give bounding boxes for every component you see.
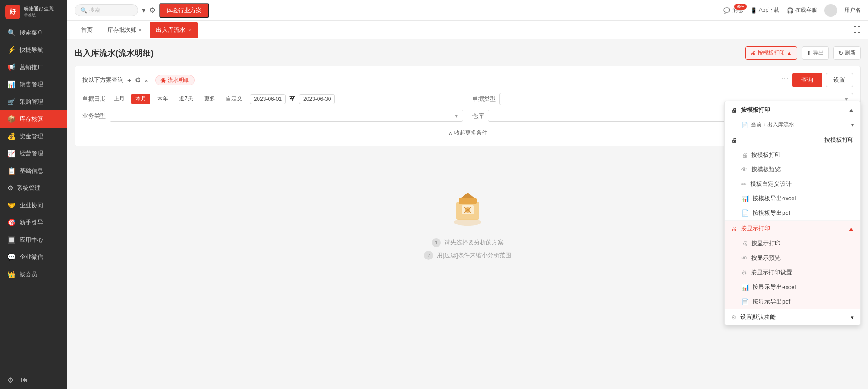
sidebar-item-appstore[interactable]: 🔲 应用中心 xyxy=(0,231,67,249)
business-type-select[interactable]: ▾ xyxy=(110,110,463,122)
app-download-btn[interactable]: 📱 App下载 xyxy=(750,6,779,14)
settings-button[interactable]: 设置 xyxy=(826,73,853,87)
print-item-icon: 🖨 xyxy=(741,151,748,159)
tab-expand-icon[interactable]: ⛶ xyxy=(853,26,861,34)
export-btn[interactable]: ⬆ 导出 xyxy=(802,46,829,60)
sidebar-item-member[interactable]: 👑 畅会员 xyxy=(0,266,67,283)
display-print-settings-item[interactable]: ⚙ 按显示打印设置 xyxy=(725,265,860,280)
filter-collapse-btn[interactable]: « xyxy=(145,76,148,84)
main-area: 🔍 搜索 ▾ ⚙ 体验行业方案 💬 消息 99+ 📱 App下载 🎧 在线客服 … xyxy=(67,0,868,389)
display-export-excel-item[interactable]: 📊 按显示导出excel xyxy=(725,280,860,294)
tab-flow[interactable]: 出入库流水 × xyxy=(150,22,197,38)
sidebar-item-finance[interactable]: 💰 资金管理 xyxy=(0,128,67,145)
template-preview-item[interactable]: 👁 按模板预览 xyxy=(725,162,860,177)
empty-illustration xyxy=(447,188,488,229)
current-template-arrow[interactable]: ▾ xyxy=(851,122,854,128)
date-to-input[interactable]: 2023-06-30 xyxy=(299,94,335,104)
tab-flow-close[interactable]: × xyxy=(188,27,191,33)
sidebar-item-wechat[interactable]: 💬 企业微信 xyxy=(0,249,67,266)
tab-minimize-icon[interactable]: ─ xyxy=(845,26,850,34)
sidebar-item-purchase[interactable]: 🛒 采购管理 xyxy=(0,93,67,110)
template-export-pdf-item[interactable]: 📄 按模板导出pdf xyxy=(725,206,860,220)
app-download-label: App下载 xyxy=(759,6,779,14)
sidebar-item-search[interactable]: 🔍 搜索菜单 xyxy=(0,24,67,41)
sidebar-item-label-collab: 企业协同 xyxy=(20,201,43,209)
template-section-header[interactable]: 🖨 按模板打印 xyxy=(725,132,860,148)
sidebar-item-label-marketing: 营销推广 xyxy=(20,63,43,71)
sidebar-item-collab[interactable]: 🤝 企业协同 xyxy=(0,197,67,214)
user-avatar[interactable] xyxy=(824,4,837,17)
template-section-icon: 🖨 xyxy=(731,137,737,144)
template-print-item[interactable]: 🖨 按模板打印 xyxy=(725,148,860,162)
date-btn-prev-month[interactable]: 上月 xyxy=(110,94,129,104)
filter-add-btn[interactable]: + xyxy=(127,76,131,84)
sidebar-item-sales[interactable]: 📊 销售管理 xyxy=(0,76,67,93)
date-btn-more[interactable]: 更多 xyxy=(200,94,219,104)
filter-tag[interactable]: ◉ 流水明细 xyxy=(155,75,195,85)
display-section-header[interactable]: 🖨 按显示打印 ▲ xyxy=(725,221,860,236)
industry-btn[interactable]: 体验行业方案 xyxy=(159,3,209,18)
date-btn-custom[interactable]: 自定义 xyxy=(222,94,246,104)
display-print-item[interactable]: 🖨 按显示打印 xyxy=(725,236,860,251)
sidebar-item-guide[interactable]: 🎯 新手引导 xyxy=(0,214,67,231)
display-export-pdf-item[interactable]: 📄 按显示导出pdf xyxy=(725,294,860,309)
sidebar-item-quick-nav[interactable]: ⚡ 快捷导航 xyxy=(0,41,67,59)
message-btn[interactable]: 💬 消息 99+ xyxy=(723,6,743,14)
print-dropdown-title: 按模板打印 xyxy=(741,106,770,114)
custom-item-icon: ✏ xyxy=(741,180,747,188)
sidebar-item-label-appstore: 应用中心 xyxy=(20,236,43,244)
sidebar-item-business[interactable]: 📈 经营管理 xyxy=(0,145,67,162)
tab-inventory-batch-close[interactable]: × xyxy=(139,27,141,33)
sidebar-item-inventory[interactable]: 📦 库存核算 xyxy=(0,110,67,128)
search-icon: 🔍 xyxy=(80,7,87,14)
tab-inventory-batch[interactable]: 库存批次账 × xyxy=(101,22,148,38)
base-icon: 📋 xyxy=(7,167,16,175)
date-btn-current-month[interactable]: 本月 xyxy=(131,94,150,104)
settings-icon[interactable]: ⚙ xyxy=(7,376,14,384)
print-dropdown-collapse[interactable]: ▲ xyxy=(848,107,854,113)
topbar-chevron-icon[interactable]: ▾ xyxy=(142,6,145,15)
member-icon: 👑 xyxy=(7,270,16,279)
logo-icon: 好 xyxy=(5,5,20,19)
tab-home[interactable]: 首页 xyxy=(75,22,99,38)
date-btn-current-year[interactable]: 本年 xyxy=(153,94,172,104)
date-from-input[interactable]: 2023-06-01 xyxy=(250,94,286,104)
footer-settings-icon: ⚙ xyxy=(731,314,737,321)
refresh-btn[interactable]: ↻ 刷新 xyxy=(833,46,861,60)
topbar-left: 🔍 搜索 ▾ ⚙ 体验行业方案 xyxy=(75,3,723,18)
query-button[interactable]: 查询 xyxy=(792,73,822,87)
inventory-icon: 📦 xyxy=(7,115,16,123)
footer-arrow: ▾ xyxy=(851,314,854,321)
display-preview-icon: 👁 xyxy=(741,254,748,262)
sidebar: 好 畅捷通好生意 标准版 🔍 搜索菜单 ⚡ 快捷导航 📢 营销推广 📊 销售管理… xyxy=(0,0,67,389)
display-preview-item[interactable]: 👁 按显示预览 xyxy=(725,251,860,265)
business-type-filter: 业务类型 ▾ xyxy=(82,110,463,122)
display-print-icon: 🖨 xyxy=(741,240,748,247)
template-export-excel-item[interactable]: 📊 按模板导出excel xyxy=(725,191,860,206)
warehouse-label: 仓库 xyxy=(472,112,484,120)
template-custom-item[interactable]: ✏ 模板自定义设计 xyxy=(725,177,860,191)
sidebar-nav: 🔍 搜索菜单 ⚡ 快捷导航 📢 营销推广 📊 销售管理 🛒 采购管理 📦 库存核… xyxy=(0,24,67,371)
sidebar-item-base[interactable]: 📋 基础信息 xyxy=(0,162,67,180)
date-filter: 单据日期 上月 本月 本年 近7天 更多 自定义 2023-06-01 至 2 xyxy=(82,94,463,104)
search-bar[interactable]: 🔍 搜索 xyxy=(75,4,138,16)
print-dropdown-header: 🖨 按模板打印 ▲ xyxy=(725,101,860,119)
business-type-chevron: ▾ xyxy=(455,112,458,119)
topbar-gear-icon[interactable]: ⚙ xyxy=(149,6,155,15)
sidebar-item-label-base: 基础信息 xyxy=(20,167,43,175)
display-pdf-icon: 📄 xyxy=(741,298,749,305)
print-template-btn[interactable]: 🖨 按模板打印 ▲ xyxy=(745,46,797,60)
appstore-icon: 🔲 xyxy=(7,236,16,244)
date-range: 上月 本月 本年 近7天 更多 自定义 xyxy=(110,94,246,104)
collapse-sidebar-icon[interactable]: ⏮ xyxy=(21,376,28,384)
pdf-item-icon: 📄 xyxy=(741,209,749,217)
step-num-2: 2 xyxy=(424,251,433,260)
date-btn-7days[interactable]: 近7天 xyxy=(175,94,197,104)
sidebar-item-system[interactable]: ⚙ 系统管理 xyxy=(0,180,67,197)
sidebar-item-marketing[interactable]: 📢 营销推广 xyxy=(0,59,67,76)
filter-more-icon[interactable]: … xyxy=(781,73,788,87)
filter-settings-btn[interactable]: ⚙ xyxy=(135,76,141,84)
chevron-up-icon: ▲ xyxy=(787,50,792,56)
print-dropdown-footer[interactable]: ⚙ 设置默认功能 ▾ xyxy=(725,309,860,325)
service-btn[interactable]: 🎧 在线客服 xyxy=(787,6,817,14)
